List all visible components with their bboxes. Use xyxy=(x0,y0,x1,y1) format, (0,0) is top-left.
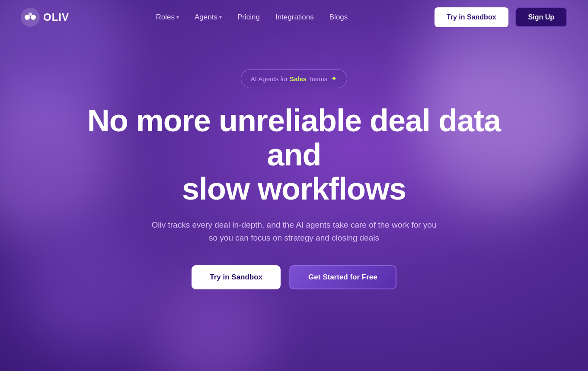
hero-title-line2: slow workflows xyxy=(182,171,406,206)
hero-title: No more unreliable deal data and slow wo… xyxy=(56,104,532,206)
hero-subtitle-line1: Oliv tracks every deal in-depth, and the… xyxy=(151,220,436,229)
nav-item-integrations[interactable]: Integrations xyxy=(275,13,314,22)
nav-item-agents[interactable]: Agents ▾ xyxy=(195,13,222,22)
nav-link-agents[interactable]: Agents ▾ xyxy=(195,13,222,22)
nav-link-integrations[interactable]: Integrations xyxy=(275,13,314,22)
signup-nav-button[interactable]: Sign Up xyxy=(515,7,567,27)
nav-link-agents-label: Agents xyxy=(195,13,217,22)
hero-section: AI Agents for Sales Teams ✦ No more unre… xyxy=(0,35,588,289)
hero-badge: AI Agents for Sales Teams ✦ xyxy=(241,69,347,88)
navbar: OLIV Roles ▾ Agents ▾ Pricing Integratio… xyxy=(0,0,588,35)
nav-actions: Try in Sandbox Sign Up xyxy=(435,7,567,27)
chevron-down-icon: ▾ xyxy=(219,14,222,20)
chevron-down-icon: ▾ xyxy=(176,14,179,20)
nav-link-integrations-label: Integrations xyxy=(275,13,314,22)
logo-text: OLIV xyxy=(43,11,69,23)
badge-label: AI Agents for Sales Teams xyxy=(251,75,327,82)
nav-link-blogs[interactable]: Blogs xyxy=(329,13,348,22)
nav-link-roles[interactable]: Roles ▾ xyxy=(156,13,179,22)
svg-point-3 xyxy=(29,13,32,16)
hero-title-line1: No more unreliable deal data and xyxy=(87,103,501,172)
nav-link-pricing-label: Pricing xyxy=(237,13,260,22)
hero-subtitle: Oliv tracks every deal in-depth, and the… xyxy=(151,219,436,245)
hero-subtitle-line2: so you can focus on strategy and closing… xyxy=(209,233,379,242)
try-sandbox-nav-button[interactable]: Try in Sandbox xyxy=(435,7,508,27)
nav-item-roles[interactable]: Roles ▾ xyxy=(156,13,179,22)
logo-icon xyxy=(21,8,40,27)
nav-link-blogs-label: Blogs xyxy=(329,13,348,22)
nav-link-pricing[interactable]: Pricing xyxy=(237,13,260,22)
hero-buttons: Try in Sandbox Get Started for Free xyxy=(192,265,396,289)
nav-links: Roles ▾ Agents ▾ Pricing Integrations Bl… xyxy=(156,13,348,22)
nav-item-blogs[interactable]: Blogs xyxy=(329,13,348,22)
badge-highlight: Sales xyxy=(290,75,307,82)
svg-point-0 xyxy=(21,8,40,27)
nav-item-pricing[interactable]: Pricing xyxy=(237,13,260,22)
logo[interactable]: OLIV xyxy=(21,8,69,27)
try-sandbox-hero-button[interactable]: Try in Sandbox xyxy=(192,265,281,289)
get-started-hero-button[interactable]: Get Started for Free xyxy=(289,265,396,289)
sparkle-icon: ✦ xyxy=(331,74,337,83)
nav-link-roles-label: Roles xyxy=(156,13,175,22)
